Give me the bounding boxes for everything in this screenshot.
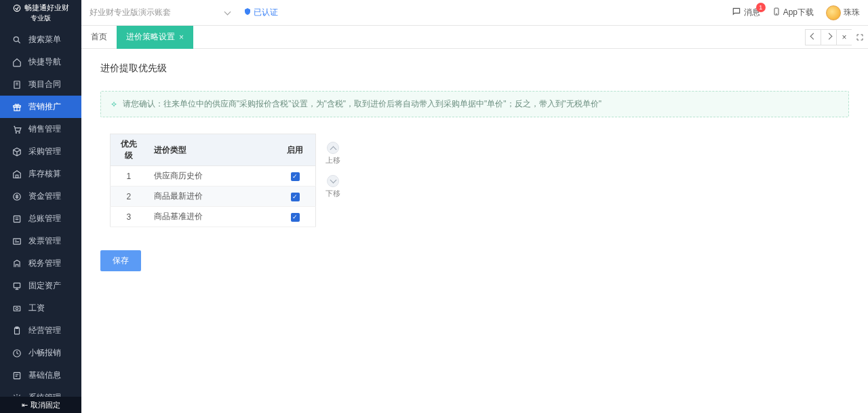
sidebar-item-sales[interactable]: 销售管理 [0, 118, 81, 140]
chevron-right-icon [827, 33, 831, 42]
tab-tools: × [806, 29, 868, 45]
svg-rect-12 [14, 306, 20, 311]
sidebar-item-project-contract[interactable]: 项目合同 [0, 73, 81, 96]
tip-text: 请您确认：往来单位中的供应商"采购报价含税"设置，为"含税"，取到进价后将自动带… [123, 98, 601, 110]
cell-priority: 1 [111, 166, 147, 186]
logo-area: 畅捷通好业财 专业版 [0, 0, 81, 26]
app-download-button[interactable]: App下载 [772, 7, 814, 18]
move-down-label: 下移 [326, 189, 340, 199]
avatar [826, 5, 841, 20]
sidebar-item-funds[interactable]: 资金管理 [0, 185, 81, 208]
priority-table: 优先级 进价类型 启用 1 供应商历史价 ✓ 2 商品最新进价 ✓ 3 [110, 134, 316, 227]
svg-point-6 [19, 132, 20, 133]
brand-name: 畅捷通好业财 [24, 3, 69, 13]
sidebar-item-label: 库存核算 [28, 168, 61, 180]
home-icon [12, 58, 22, 67]
tab-prev-button[interactable] [805, 29, 821, 45]
tab-label: 进价策略设置 [126, 31, 175, 43]
username: 珠珠 [844, 7, 860, 18]
sidebar: 畅捷通好业财 专业版 搜索菜单 快捷导航 项目合同 营销推广 销售管理 采购管理… [0, 0, 81, 413]
svg-point-19 [776, 14, 776, 14]
money-icon [12, 192, 22, 201]
move-down-button[interactable]: 下移 [326, 175, 340, 199]
tab-price-strategy[interactable]: 进价策略设置 × [117, 26, 193, 49]
shield-icon [243, 7, 252, 18]
move-up-button[interactable]: 上移 [326, 142, 340, 165]
sidebar-item-label: 搜索菜单 [28, 34, 61, 45]
sidebar-item-quick-nav[interactable]: 快捷导航 [0, 51, 81, 73]
asset-icon [12, 281, 22, 291]
sidebar-item-invoice[interactable]: 发票管理 [0, 230, 81, 252]
sidebar-item-label: 经营管理 [28, 325, 61, 336]
unpin-label: 取消固定 [31, 400, 60, 410]
sidebar-item-label: 营销推广 [28, 101, 61, 113]
table-row[interactable]: 3 商品基准进价 ✓ [111, 207, 316, 227]
col-enable: 启用 [275, 134, 316, 166]
col-priority: 优先级 [111, 134, 147, 166]
tab-label: 首页 [91, 31, 107, 43]
table-row[interactable]: 2 商品最新进价 ✓ [111, 186, 316, 207]
sidebar-item-basic-info[interactable]: 基础信息 [0, 364, 81, 387]
pin-icon: ⇤ [22, 401, 28, 410]
verified-label: 已认证 [254, 7, 278, 18]
svg-point-1 [14, 37, 18, 41]
messages-button[interactable]: 消息 1 [732, 7, 760, 18]
sidebar-item-operation[interactable]: 经营管理 [0, 319, 81, 342]
chevron-left-icon [811, 33, 816, 42]
sidebar-item-inventory[interactable]: 库存核算 [0, 163, 81, 185]
cell-priority: 3 [111, 207, 147, 227]
page-title: 进价提取优先级 [100, 62, 849, 75]
sidebar-item-label: 快捷导航 [28, 56, 61, 68]
tax-icon [12, 259, 22, 269]
topbar-right: 消息 1 App下载 珠珠 [732, 5, 860, 20]
svg-rect-7 [16, 175, 18, 178]
enable-checkbox[interactable]: ✓ [291, 213, 300, 222]
user-menu[interactable]: 珠珠 [826, 5, 860, 20]
payroll-icon [12, 304, 22, 313]
sidebar-item-marketing[interactable]: 营销推广 [0, 96, 81, 118]
topbar-left: 好业财专业版演示账套 已认证 [90, 7, 278, 18]
chevron-up-icon [327, 142, 339, 154]
chevron-down-icon [225, 8, 230, 18]
brand-edition: 专业版 [31, 14, 51, 23]
sidebar-item-search-menu[interactable]: 搜索菜单 [0, 28, 81, 51]
sidebar-item-payroll[interactable]: 工资 [0, 297, 81, 319]
svg-rect-11 [14, 283, 20, 288]
sidebar-item-label: 项目合同 [28, 79, 61, 90]
table-row[interactable]: 1 供应商历史价 ✓ [111, 166, 316, 186]
gift-icon [12, 102, 22, 112]
tabbar: 首页 进价策略设置 × × [81, 26, 868, 49]
contract-icon [12, 80, 22, 90]
account-select[interactable]: 好业财专业版演示账套 [90, 7, 230, 18]
tab-close-all-button[interactable]: × [836, 29, 852, 45]
sidebar-item-tax[interactable]: 税务管理 [0, 252, 81, 275]
verified-badge[interactable]: 已认证 [243, 7, 278, 18]
svg-point-5 [16, 132, 16, 133]
cart-icon [12, 125, 22, 134]
save-button[interactable]: 保存 [100, 250, 141, 271]
tab-close-icon[interactable]: × [179, 33, 184, 42]
sidebar-item-label: 税务管理 [28, 258, 61, 269]
sidebar-item-expense[interactable]: 小畅报销 [0, 342, 81, 364]
move-up-label: 上移 [326, 155, 340, 165]
logo-icon [12, 3, 22, 13]
sidebar-item-label: 小畅报销 [28, 347, 61, 359]
svg-point-13 [16, 307, 18, 310]
sidebar-item-label: 固定资产 [28, 280, 61, 292]
sidebar-item-label: 基础信息 [28, 370, 61, 381]
cell-type: 供应商历史价 [147, 166, 275, 186]
invoice-icon [12, 237, 22, 246]
sidebar-item-label: 资金管理 [28, 191, 61, 202]
fullscreen-button[interactable] [852, 29, 868, 45]
sidebar-item-ledger[interactable]: 总账管理 [0, 208, 81, 230]
enable-checkbox[interactable]: ✓ [291, 172, 300, 181]
tab-home[interactable]: 首页 [81, 26, 117, 49]
sidebar-item-purchase[interactable]: 采购管理 [0, 140, 81, 163]
unpin-button[interactable]: ⇤ 取消固定 [0, 397, 81, 413]
tab-next-button[interactable] [821, 29, 837, 45]
nav-list: 搜索菜单 快捷导航 项目合同 营销推广 销售管理 采购管理 库存核算 资金管理 … [0, 26, 81, 409]
enable-checkbox[interactable]: ✓ [291, 193, 300, 201]
ledger-icon [12, 214, 22, 224]
sidebar-item-fixed-assets[interactable]: 固定资产 [0, 275, 81, 297]
messages-count-badge: 1 [756, 3, 766, 12]
